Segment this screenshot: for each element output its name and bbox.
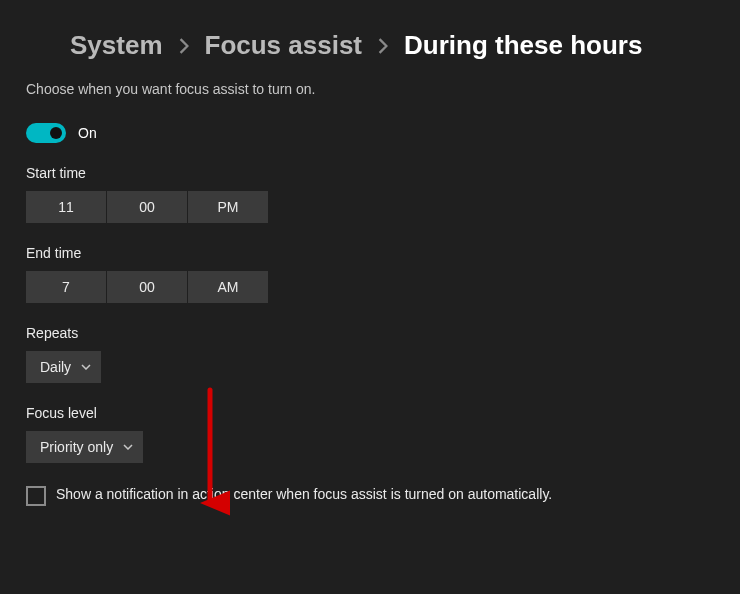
- focus-assist-toggle[interactable]: [26, 123, 66, 143]
- breadcrumb-focus-assist[interactable]: Focus assist: [205, 30, 363, 61]
- start-ampm-cell[interactable]: PM: [188, 191, 268, 223]
- end-minute-cell[interactable]: 00: [107, 271, 187, 303]
- end-time-label: End time: [26, 245, 714, 261]
- repeats-label: Repeats: [26, 325, 714, 341]
- start-time-label: Start time: [26, 165, 714, 181]
- breadcrumb-current: During these hours: [404, 30, 642, 61]
- toggle-state-label: On: [78, 125, 97, 141]
- focus-level-value: Priority only: [40, 439, 113, 455]
- end-hour-cell[interactable]: 7: [26, 271, 106, 303]
- end-ampm-cell[interactable]: AM: [188, 271, 268, 303]
- page-subtitle: Choose when you want focus assist to tur…: [26, 81, 714, 97]
- chevron-right-icon: [179, 38, 189, 54]
- toggle-knob: [50, 127, 62, 139]
- repeats-value: Daily: [40, 359, 71, 375]
- chevron-down-icon: [81, 364, 91, 370]
- breadcrumb-system[interactable]: System: [70, 30, 163, 61]
- start-hour-cell[interactable]: 11: [26, 191, 106, 223]
- focus-level-dropdown[interactable]: Priority only: [26, 431, 143, 463]
- show-notification-label: Show a notification in action center whe…: [56, 485, 552, 504]
- start-minute-cell[interactable]: 00: [107, 191, 187, 223]
- show-notification-checkbox[interactable]: [26, 486, 46, 506]
- focus-level-label: Focus level: [26, 405, 714, 421]
- chevron-down-icon: [123, 444, 133, 450]
- chevron-right-icon: [378, 38, 388, 54]
- breadcrumb: System Focus assist During these hours: [70, 30, 714, 61]
- end-time-picker: 7 00 AM: [26, 271, 714, 303]
- repeats-dropdown[interactable]: Daily: [26, 351, 101, 383]
- start-time-picker: 11 00 PM: [26, 191, 714, 223]
